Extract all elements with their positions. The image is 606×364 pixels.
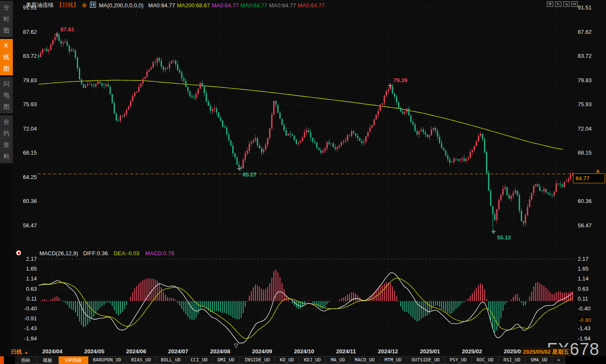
sidebar-tab-3[interactable]: 合约资料	[0, 115, 13, 163]
macd-axis-left-8: -1.94	[13, 335, 37, 342]
price-axis-left-6: 68.15	[13, 149, 37, 156]
toolbar-button-KDJ_UD[interactable]: KDJ_UD	[299, 356, 326, 364]
macd-axis-left-3: 0.63	[13, 286, 37, 292]
period-selector[interactable]: 日线▲	[11, 348, 28, 356]
price-annotation-0: 87.61	[60, 26, 75, 33]
x-axis-month-7: 2024/11	[328, 348, 364, 355]
toolbar-button-PSY_UD[interactable]: PSY_UD	[445, 356, 472, 364]
price-axis-left-4: 75.93	[13, 101, 37, 107]
toolbar-button-BIAS_UD[interactable]: BIAS_UD	[126, 356, 156, 364]
toolbar-button-MACD_UD[interactable]: MACD_UD	[350, 356, 380, 364]
toolbar-button-ROC_UD[interactable]: ROC_UD	[472, 356, 499, 364]
price-axis-right-6: 68.15	[578, 149, 603, 156]
price-annotation-2: 65.27	[243, 171, 257, 178]
x-axis-month-10: 2025/02	[454, 348, 490, 355]
price-annotation-1: 79.39	[393, 77, 408, 84]
macd-axis-right-2: 1.14	[578, 275, 603, 282]
toolbar-button-模板[interactable]: 模板	[37, 356, 59, 364]
sidebar: 分时图K线图闪电图合约资料	[0, 0, 13, 364]
toolbar-button-SMA_UD[interactable]: SMA_UD	[525, 356, 552, 364]
price-axis-left-7: 64.25	[13, 174, 37, 180]
macd-axis-left-5: -0.40	[13, 305, 37, 312]
macd-macd-value: MACD:0.79	[145, 250, 174, 257]
x-axis-month-0: 2024/04	[34, 348, 70, 355]
price-axis-right-1: 87.62	[578, 29, 603, 35]
period-label: 【日线】	[57, 1, 79, 9]
current-date-tag: 2025/05/02 星期五	[521, 347, 571, 357]
alert-dot	[18, 252, 20, 254]
sidebar-tab-1[interactable]: K线图	[0, 39, 13, 75]
price-annotation-3: 55.12	[497, 234, 511, 241]
chevron-up-icon: ▲	[24, 350, 28, 355]
price-axis-right-4: 75.93	[578, 101, 603, 107]
macd-axis-right-3: 0.63	[578, 286, 603, 292]
sidebar-tab-2[interactable]: 闪电图	[0, 77, 13, 113]
toolbar-button-指标[interactable]: 指标	[15, 356, 37, 364]
scroll-up-arrow-icon[interactable]: ▲	[596, 168, 600, 173]
scale-up-icon[interactable]: ↖	[555, 1, 561, 7]
macd-title: MACD(26,12,9)	[39, 250, 78, 257]
macd-axis-right-5: -0.40	[578, 305, 603, 312]
price-axis-left-8: 60.36	[13, 198, 37, 204]
cursor-icon: ▽	[234, 342, 238, 349]
macd-axis-left-1: 1.65	[13, 266, 37, 272]
toolbar-button-MTM_UD[interactable]: MTM_UD	[380, 356, 407, 364]
app-window: 分时图K线图闪电图合约资料 美原油连续 【日线】 ⊕ MA(0,200,0,0,…	[0, 0, 606, 364]
price-axis-left-9: 56.47	[13, 222, 37, 229]
sidebar-tab-0[interactable]: 分时图	[0, 1, 13, 37]
ma-values: MA0:64.77MA200:68.67MA0:64.77MA0:64.77MA…	[147, 2, 325, 9]
toolbar-button-INSIDE_UD[interactable]: INSIDE_UD	[240, 356, 275, 364]
shift-right-icon[interactable]: ↦	[571, 1, 578, 7]
price-axis-right-9: 56.47	[578, 222, 603, 229]
x-axis-month-3: 2024/07	[160, 348, 196, 355]
indicator-toolbar: 指标模板VIP指标BARUPDN_UDBIAS_UDBOLL_UDCCI_UDD…	[0, 356, 606, 364]
price-axis-left-1: 87.62	[13, 29, 37, 35]
alert-icon[interactable]: ✳	[15, 249, 22, 257]
macd-axis-left-6: -0.91	[13, 315, 37, 322]
toolbar-button-»[interactable]: »	[552, 356, 565, 364]
x-axis-month-2: 2024/06	[118, 348, 154, 355]
ma-settings: MA(0,200,0,0,0,0)	[99, 2, 144, 9]
macd-value-tag: -0.80	[578, 317, 592, 323]
macd-diff-value: DIFF:0.36	[83, 250, 108, 257]
toolbar-button-OUTSIDE_UD[interactable]: OUTSIDE_UD	[407, 356, 445, 364]
add-indicator-icon[interactable]: ⊕	[82, 2, 87, 9]
toolbar-button-MA_UD[interactable]: MA_UD	[326, 356, 350, 364]
x-axis-month-4: 2024/08	[202, 348, 238, 355]
toolbar-button-VIP指标[interactable]: VIP指标	[59, 356, 88, 364]
price-axis-right-2: 83.72	[578, 53, 603, 59]
price-axis-right-3: 79.83	[578, 77, 603, 84]
ma-value-5: MA0:64.77	[298, 2, 325, 9]
toolbar-button-BOLL_UD[interactable]: BOLL_UD	[156, 356, 186, 364]
toolbar-button-DMI_UD[interactable]: DMI_UD	[213, 356, 240, 364]
price-axis-left-3: 79.83	[13, 77, 37, 84]
macd-axis-right-0: 2.17	[578, 256, 603, 262]
x-axis-month-9: 2025/01	[412, 348, 448, 355]
macd-axis-left-4: 0.11	[13, 295, 37, 302]
toolbar-button-CCI_UD[interactable]: CCI_UD	[186, 356, 213, 364]
price-axis-right-0: 91.51	[578, 4, 603, 11]
price-axis-right-5: 72.04	[578, 125, 603, 132]
kline-chart-canvas[interactable]	[0, 0, 606, 364]
ma-value-2: MA0:64.77	[212, 2, 239, 9]
macd-axis-left-2: 1.14	[13, 275, 37, 282]
toolbar-button-RSI_UD[interactable]: RSI_UD	[499, 356, 526, 364]
corner-toolbar: ✛↖↘↦	[547, 1, 578, 7]
current-price-tag: 64.77	[573, 173, 605, 183]
macd-axis-right-7: -1.43	[578, 325, 603, 331]
x-axis-month-6: 2024/10	[286, 348, 322, 355]
toolbar-button-KD_UD[interactable]: KD_UD	[275, 356, 299, 364]
scale-down-icon[interactable]: ↘	[563, 1, 570, 7]
pan-icon[interactable]: ✛	[547, 1, 553, 7]
price-axis-left-2: 83.72	[13, 53, 37, 59]
x-axis-month-5: 2024/09	[244, 348, 280, 355]
macd-axis-right-4: 0.11	[578, 295, 603, 302]
price-axis-right-8: 60.36	[578, 198, 603, 204]
toolbar-button-BARUPDN_UD[interactable]: BARUPDN_UD	[88, 356, 126, 364]
symbol-name: 美原油连续	[26, 1, 54, 9]
x-axis-month-8: 2024/12	[370, 348, 406, 355]
macd-axis-left-7: -1.43	[13, 325, 37, 331]
macd-axis-right-1: 1.65	[578, 266, 603, 272]
ma-value-3: MA0:64.77	[240, 2, 267, 9]
kline-chart-icon	[90, 2, 96, 9]
